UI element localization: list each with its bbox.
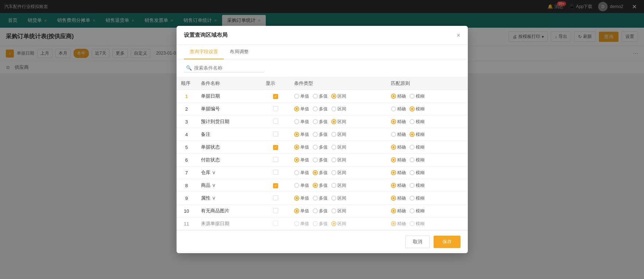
search-bar: 🔍 (177, 59, 468, 74)
modal-close-button[interactable]: × (457, 32, 461, 39)
settings-modal: 设置查询区域布局 × 查询字段设置 布局调整 🔍 顺序 (177, 26, 468, 74)
modal-header: 设置查询区域布局 × (177, 26, 468, 45)
modal-tabs: 查询字段设置 布局调整 (177, 45, 468, 59)
tab-query-fields[interactable]: 查询字段设置 (184, 45, 224, 59)
search-input[interactable] (194, 65, 262, 71)
search-icon: 🔍 (186, 65, 192, 71)
modal-overlay: 设置查询区域布局 × 查询字段设置 布局调整 🔍 顺序 (0, 0, 644, 74)
search-wrap: 🔍 (184, 64, 264, 72)
tab-layout-adjust[interactable]: 布局调整 (224, 45, 254, 59)
modal-title: 设置查询区域布局 (184, 32, 228, 39)
